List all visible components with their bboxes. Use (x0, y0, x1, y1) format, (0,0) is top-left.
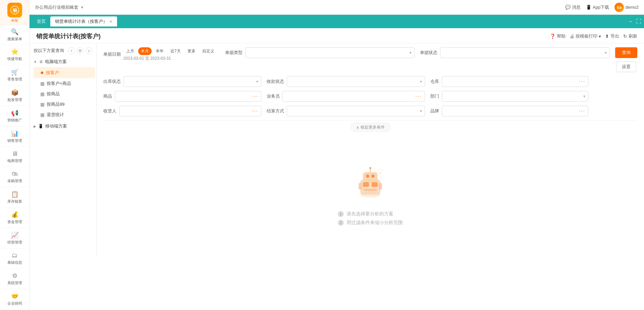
scheme-header-actions: + ⚙ « (68, 47, 92, 54)
app-download-btn[interactable]: 📱 App下载 (586, 4, 609, 10)
svg-text:畅: 畅 (12, 8, 17, 13)
sidebar-item-system[interactable]: ⚙ 系统管理 (0, 269, 29, 289)
warehouse-select[interactable]: ··· (442, 76, 588, 87)
order-status-select[interactable]: ▾ (440, 47, 610, 58)
sidebar-item-basic[interactable]: 🗂 基础信息 (0, 249, 29, 269)
print-btn[interactable]: 🖨 按模板打印 ▾ (570, 33, 601, 39)
sidebar-label-basic: 基础信息 (7, 260, 22, 265)
scheme-group-pc-title[interactable]: ▼ 🖥 电脑端方案 (30, 57, 96, 67)
scheme-item-by-goods[interactable]: ▦ 按商品 (34, 89, 95, 99)
sidebar-item-enterprise[interactable]: 🤝 企业协同 (0, 289, 29, 310)
scheme-settings-btn[interactable]: ⚙ (77, 47, 84, 54)
app-download-label: App下载 (593, 4, 609, 10)
sidebar-item-retail[interactable]: 🛒 零售管理 (0, 65, 29, 86)
date-filter: 上月 本月 本年 近7天 更多 自定义 (123, 47, 220, 55)
sidebar-item-finance[interactable]: 💰 资金管理 (0, 208, 29, 228)
date-tab-custom[interactable]: 自定义 (200, 47, 217, 55)
sidebar-label-system: 系统管理 (7, 280, 22, 286)
scheme-item-return-stat[interactable]: ▦ 退货统计 (34, 110, 95, 120)
tab-close-icon[interactable]: ✕ (109, 19, 112, 24)
settings-button[interactable]: 设置 (616, 61, 636, 72)
sidebar-item-search[interactable]: 🔍 搜索菜单 (0, 25, 29, 45)
sidebar-item-sales[interactable]: 📊 销售管理 (0, 126, 29, 147)
date-tab-last-month[interactable]: 上月 (123, 47, 137, 55)
scheme-group-mobile: ▶ 📱 移动端方案 (30, 121, 96, 131)
user-profile-btn[interactable]: Ea demo2 (614, 3, 639, 12)
refresh-btn[interactable]: ↻ 刷新 (623, 33, 637, 39)
refresh-label: 刷新 (629, 33, 637, 39)
sidebar-label-wholesale: 批发管理 (7, 97, 22, 102)
hint-text-1: 请先选择要分析的方案 (346, 211, 393, 217)
date-tab-more[interactable]: 更多 (185, 47, 198, 55)
message-btn[interactable]: 💬 消息 (565, 4, 581, 10)
out-status-select[interactable]: ▾ (123, 76, 261, 87)
brand-select[interactable]: ··· (442, 106, 588, 116)
sidebar-item-operation[interactable]: 📈 经营管理 (0, 228, 29, 249)
collapse-btn[interactable]: ∧ 收起更多条件 (351, 123, 390, 132)
empty-area: 1 请先选择要分析的方案 2 用过滤条件来缩小分析范围 (103, 136, 637, 253)
group-icon-mobile: 📱 (38, 124, 43, 128)
hint-num-2: 2 (338, 220, 344, 226)
payment-status-select[interactable]: ▾ (287, 76, 425, 87)
svg-point-15 (379, 172, 381, 174)
department-dropdown-icon: ▾ (583, 94, 585, 99)
query-button[interactable]: 查询 (615, 47, 637, 58)
order-type-select[interactable]: ▾ (245, 47, 415, 58)
svg-rect-7 (379, 183, 382, 190)
top-bar-title: 办公用品行业模拟账套 (35, 4, 78, 10)
tab-sales-stat[interactable]: 销货单统计计表（按客户） ✕ (50, 16, 117, 27)
goods-select[interactable]: ··· (115, 91, 261, 102)
sidebar-item-purchase[interactable]: 🛍 采购管理 (0, 167, 29, 187)
purchase-icon: 🛍 (12, 170, 18, 177)
goods-label: 商品 (103, 93, 112, 99)
sidebar-label-purchase: 采购管理 (7, 178, 22, 184)
out-status-label: 出库状态 (103, 79, 121, 85)
salesperson-select[interactable]: ··· (282, 91, 425, 102)
warehouse-dots-icon: ··· (579, 79, 585, 85)
order-type-dropdown-icon: ▾ (410, 50, 412, 55)
settlement-select[interactable]: ▾ (287, 106, 425, 116)
scheme-item-by-customer[interactable]: ● 按客户 (34, 67, 95, 78)
sidebar-item-marketing[interactable]: 📢 营销推广 (0, 106, 29, 126)
help-btn[interactable]: ❓ 帮助 (550, 33, 566, 39)
sidebar-item-inventory[interactable]: 📋 库存核算 (0, 187, 29, 208)
scheme-item-by-customer-goods[interactable]: ▦ 按客户+商品 (34, 79, 95, 89)
date-tab-this-year[interactable]: 本年 (153, 47, 166, 55)
enterprise-icon: 🤝 (11, 293, 18, 300)
scheme-add-btn[interactable]: + (68, 47, 75, 54)
department-select[interactable]: ▾ (442, 91, 588, 102)
operation-icon: 📈 (11, 231, 18, 239)
sidebar-label-operation: 经营管理 (7, 240, 22, 245)
top-bar: 办公用品行业模拟账套 ▾ 💬 消息 📱 App下载 Ea demo2 (30, 0, 644, 15)
basic-icon: 🗂 (12, 252, 18, 259)
receiver-select[interactable]: ··· (119, 106, 261, 116)
svg-point-11 (371, 174, 375, 178)
scheme-group-pc: ▼ 🖥 电脑端方案 ● 按客户 ▦ 按客户+商品 (30, 57, 96, 120)
salesperson-label: 业务员 (267, 93, 280, 99)
sidebar-item-ecommerce[interactable]: 🖥 电商管理 (0, 147, 29, 167)
svg-rect-12 (367, 179, 374, 181)
scheme-group-mobile-title[interactable]: ▶ 📱 移动端方案 (30, 121, 96, 131)
print-icon: 🖨 (570, 34, 574, 39)
export-btn[interactable]: ⬆ 导出 (605, 33, 619, 39)
avatar-text: Ea (617, 5, 622, 9)
sidebar-item-wholesale[interactable]: 📦 批发管理 (0, 86, 29, 106)
sidebar-item-quick-nav[interactable]: ⭐ 快捷导航 (0, 45, 29, 65)
top-bar-dropdown-icon[interactable]: ▾ (81, 5, 83, 10)
scheme-collapse-btn[interactable]: « (86, 47, 92, 54)
date-tab-7days[interactable]: 近7天 (168, 47, 183, 55)
page-title: 销货单统计计表(按客户) (36, 32, 101, 40)
scheme-panel-header: 按以下方案查询 + ⚙ « (30, 46, 96, 57)
tab-home[interactable]: 首页 (32, 16, 50, 27)
scheme-item-by-goods-99-icon: ▦ (40, 102, 45, 107)
brand-dots-icon: ··· (579, 108, 585, 114)
print-dropdown-icon[interactable]: ▾ (599, 34, 601, 39)
page-header-actions: ❓ 帮助 🖨 按模板打印 ▾ ⬆ 导出 ↻ 刷新 (550, 33, 637, 39)
message-label: 消息 (572, 4, 581, 10)
top-bar-left: 办公用品行业模拟账套 ▾ (35, 4, 83, 10)
tab-minimize-icon[interactable]: － (628, 18, 633, 25)
scheme-item-by-goods-99[interactable]: ▦ 按商品99 (34, 99, 95, 109)
tab-maximize-icon[interactable]: ⛶ (636, 18, 641, 24)
sidebar-label-finance: 资金管理 (7, 219, 22, 224)
date-tab-this-month[interactable]: 本月 (138, 47, 152, 55)
